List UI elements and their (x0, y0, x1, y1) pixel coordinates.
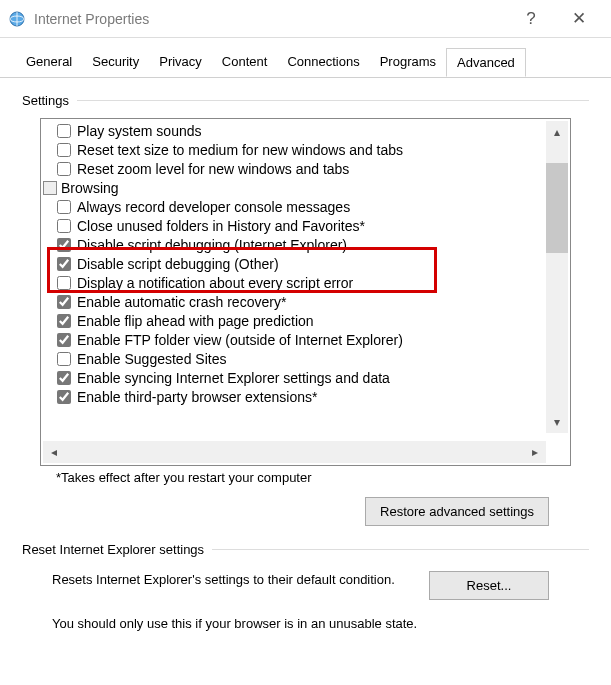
tree-item-checkbox[interactable] (57, 333, 71, 347)
tree-item[interactable]: Enable FTP folder view (outside of Inter… (41, 332, 570, 351)
tree-item[interactable]: Enable flip ahead with page prediction (41, 313, 570, 332)
tree-item-checkbox[interactable] (57, 276, 71, 290)
tree-item[interactable]: Enable Suggested Sites (41, 351, 570, 370)
reset-warning: You should only use this if your browser… (52, 616, 589, 631)
window-title: Internet Properties (34, 11, 507, 27)
tree-item-checkbox[interactable] (57, 257, 71, 271)
tree-item-label: Browsing (61, 180, 119, 196)
tree-item-checkbox[interactable] (57, 219, 71, 233)
tab-strip: General Security Privacy Content Connect… (0, 38, 611, 78)
tab-connections[interactable]: Connections (277, 48, 369, 77)
tree-item-checkbox[interactable] (57, 238, 71, 252)
settings-group-label: Settings (22, 93, 589, 112)
tree-item-checkbox[interactable] (57, 371, 71, 385)
tree-item-label: Enable Suggested Sites (77, 351, 226, 367)
tree-item-label: Reset text size to medium for new window… (77, 142, 403, 158)
vertical-scrollbar[interactable]: ▴ ▾ (546, 121, 568, 433)
tree-item-checkbox[interactable] (57, 314, 71, 328)
settings-label-text: Settings (22, 93, 69, 108)
reset-group-label: Reset Internet Explorer settings (22, 542, 589, 561)
tree-item-label: Reset zoom level for new windows and tab… (77, 161, 349, 177)
tab-content[interactable]: Content (212, 48, 278, 77)
tree-item[interactable]: Reset zoom level for new windows and tab… (41, 161, 570, 180)
tree-item[interactable]: Disable script debugging (Other) (41, 256, 570, 275)
tree-item[interactable]: Reset text size to medium for new window… (41, 142, 570, 161)
tree-item-label: Enable syncing Internet Explorer setting… (77, 370, 390, 386)
tree-item-label: Close unused folders in History and Favo… (77, 218, 365, 234)
tree-item-label: Disable script debugging (Other) (77, 256, 279, 272)
reset-description: Resets Internet Explorer's settings to t… (52, 571, 409, 589)
tree-item-checkbox[interactable] (57, 143, 71, 157)
tree-item-label: Enable flip ahead with page prediction (77, 313, 314, 329)
scroll-right-arrow-icon[interactable]: ▸ (524, 441, 546, 463)
tree-item[interactable]: Enable syncing Internet Explorer setting… (41, 370, 570, 389)
tree-item-checkbox[interactable] (57, 390, 71, 404)
tab-advanced[interactable]: Advanced (446, 48, 526, 77)
scroll-up-arrow-icon[interactable]: ▴ (546, 121, 568, 143)
tree-item-label: Play system sounds (77, 123, 202, 139)
tree-item-checkbox[interactable] (57, 352, 71, 366)
tree-item-label: Disable script debugging (Internet Explo… (77, 237, 347, 253)
scroll-down-arrow-icon[interactable]: ▾ (546, 411, 568, 433)
tree-category: Browsing (41, 180, 570, 199)
tree-item-checkbox[interactable] (57, 295, 71, 309)
tree-item-label: Enable automatic crash recovery* (77, 294, 286, 310)
tree-item[interactable]: Display a notification about every scrip… (41, 275, 570, 294)
tree-item[interactable]: Disable script debugging (Internet Explo… (41, 237, 570, 256)
tree-item[interactable]: Enable third-party browser extensions* (41, 389, 570, 408)
close-button[interactable]: ✕ (555, 0, 603, 38)
scroll-left-arrow-icon[interactable]: ◂ (43, 441, 65, 463)
help-button[interactable]: ? (507, 0, 555, 38)
scroll-thumb[interactable] (546, 163, 568, 253)
tree-item-checkbox[interactable] (57, 124, 71, 138)
tree-item-label: Always record developer console messages (77, 199, 350, 215)
tab-privacy[interactable]: Privacy (149, 48, 212, 77)
tree-item[interactable]: Play system sounds (41, 123, 570, 142)
tab-content-advanced: Settings Play system soundsReset text si… (0, 77, 611, 631)
tree-item-label: Enable FTP folder view (outside of Inter… (77, 332, 403, 348)
tab-programs[interactable]: Programs (370, 48, 446, 77)
horizontal-scrollbar[interactable]: ◂ ▸ (43, 441, 546, 463)
settings-tree: Play system soundsReset text size to med… (40, 118, 571, 466)
tree-item-label: Enable third-party browser extensions* (77, 389, 317, 405)
tree-item-label: Display a notification about every scrip… (77, 275, 353, 291)
tab-general[interactable]: General (16, 48, 82, 77)
reset-label-text: Reset Internet Explorer settings (22, 542, 204, 557)
divider (212, 549, 589, 550)
divider (77, 100, 589, 101)
tree-item-checkbox[interactable] (57, 162, 71, 176)
restart-note: *Takes effect after you restart your com… (56, 470, 589, 485)
reset-section: Reset Internet Explorer settings Resets … (22, 542, 589, 631)
internet-options-icon (8, 10, 26, 28)
restore-advanced-settings-button[interactable]: Restore advanced settings (365, 497, 549, 526)
reset-button[interactable]: Reset... (429, 571, 549, 600)
settings-tree-scroll[interactable]: Play system soundsReset text size to med… (41, 123, 570, 433)
tree-item-checkbox[interactable] (57, 200, 71, 214)
titlebar: Internet Properties ? ✕ (0, 0, 611, 38)
tree-item[interactable]: Enable automatic crash recovery* (41, 294, 570, 313)
tree-item[interactable]: Always record developer console messages (41, 199, 570, 218)
category-icon (43, 181, 57, 195)
tab-security[interactable]: Security (82, 48, 149, 77)
tree-item[interactable]: Close unused folders in History and Favo… (41, 218, 570, 237)
